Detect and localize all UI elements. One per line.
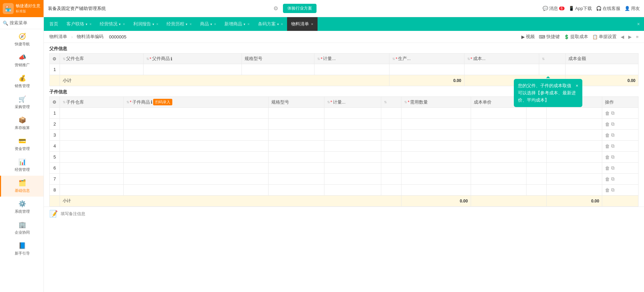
child-row-3-copy-icon[interactable]: ⧉	[611, 132, 615, 138]
tab-profit-report[interactable]: 利润报告 ▾ ×	[129, 17, 162, 31]
child-row-3-required-qty[interactable]	[401, 130, 471, 141]
parent-row-1-spec[interactable]	[242, 64, 314, 75]
child-row-1-spec[interactable]	[269, 108, 324, 119]
tab-customer[interactable]: 客户联络 ▾ ×	[62, 17, 96, 31]
tab-goods[interactable]: 商品 ▾ ×	[196, 17, 220, 31]
child-row-4-delete-icon[interactable]: 🗑	[605, 143, 610, 149]
child-row-2-qty-unit[interactable]	[324, 119, 381, 130]
tab-bom-list[interactable]: 物料清单 ×	[287, 17, 317, 31]
child-row-5-copy-icon[interactable]: ⧉	[611, 154, 615, 160]
child-row-7-warehouse[interactable]	[60, 174, 124, 185]
child-row-5-goods[interactable]	[123, 152, 268, 163]
child-row-5-delete-icon[interactable]: 🗑	[605, 154, 610, 160]
child-row-8-goods[interactable]	[123, 185, 268, 196]
child-col-settings[interactable]: ⚙	[50, 97, 60, 108]
child-row-7-cost-unit-price[interactable]	[471, 174, 526, 185]
child-row-5-extra2[interactable]	[526, 152, 546, 163]
sidebar-item-system[interactable]: ⚙️ 系统管理	[0, 197, 44, 218]
child-row-4-required-qty[interactable]	[401, 141, 471, 152]
parent-row-1-goods[interactable]	[143, 64, 242, 75]
child-row-3-qty-unit[interactable]	[324, 130, 381, 141]
child-row-1-cost-unit-price[interactable]	[471, 108, 526, 119]
child-row-6-qty-unit[interactable]	[324, 163, 381, 174]
parent-row-1-extra[interactable]	[539, 64, 566, 75]
app-download-btn[interactable]: 📱 App下载	[569, 5, 592, 12]
child-row-8-warehouse[interactable]	[60, 185, 124, 196]
child-row-3-delete-icon[interactable]: 🗑	[605, 132, 610, 138]
child-row-1-qty-unit[interactable]	[324, 108, 381, 119]
message-btn[interactable]: 💬 消息 6	[543, 5, 565, 12]
child-row-3-cost-unit-price[interactable]	[471, 130, 526, 141]
parent-row-1-qty-unit[interactable]	[314, 64, 389, 75]
child-row-4-spec[interactable]	[269, 141, 324, 152]
child-row-1-required-qty[interactable]	[401, 108, 471, 119]
window-close-btn[interactable]: ×	[634, 21, 643, 27]
child-row-3-goods[interactable]	[123, 130, 268, 141]
child-row-4-qty-unit[interactable]	[324, 141, 381, 152]
sidebar-item-operations[interactable]: 📊 经营管理	[0, 155, 44, 176]
child-row-3-warehouse[interactable]	[60, 130, 124, 141]
child-row-7-qty-unit[interactable]	[324, 174, 381, 185]
child-row-2-delete-icon[interactable]: 🗑	[605, 121, 610, 127]
child-row-2-spec[interactable]	[269, 119, 324, 130]
tooltip-close-btn[interactable]: ×	[575, 82, 578, 90]
breadcrumb-bom[interactable]: 物料清单	[49, 34, 67, 40]
child-row-6-delete-icon[interactable]: 🗑	[605, 165, 610, 171]
child-row-8-copy-icon[interactable]: ⧉	[611, 187, 615, 193]
note-input[interactable]	[61, 211, 639, 216]
child-row-4-goods[interactable]	[123, 141, 268, 152]
child-row-4-cost-unit-price[interactable]	[471, 141, 526, 152]
child-row-7-spec[interactable]	[269, 174, 324, 185]
child-row-5-qty-unit[interactable]	[324, 152, 381, 163]
grid-view-icon[interactable]: ≡	[636, 34, 639, 39]
child-row-6-extra2[interactable]	[526, 163, 546, 174]
child-row-2-warehouse[interactable]	[60, 119, 124, 130]
child-row-3-spec[interactable]	[269, 130, 324, 141]
sidebar-item-finance[interactable]: 💳 资金管理	[0, 134, 44, 155]
video-btn[interactable]: ▶ 视频	[521, 34, 535, 40]
child-row-2-extra2[interactable]	[526, 119, 546, 130]
tab-barcode[interactable]: 条码方案 ▾ ×	[254, 17, 287, 31]
sidebar-search[interactable]: 🔍 搜索菜单	[0, 17, 44, 29]
parent-col-settings[interactable]: ⚙	[50, 54, 60, 64]
child-row-5-extra1[interactable]	[381, 152, 401, 163]
child-row-4-extra2[interactable]	[526, 141, 546, 152]
sidebar-item-enterprise[interactable]: 🏢 企业协同	[0, 218, 44, 238]
user-btn[interactable]: 👤 用友	[624, 5, 640, 12]
child-row-7-goods[interactable]	[123, 174, 268, 185]
child-row-6-copy-icon[interactable]: ⧉	[611, 165, 615, 171]
tab-customer-close[interactable]: ×	[89, 22, 91, 26]
tab-new-goods-close[interactable]: ×	[247, 22, 249, 26]
child-row-7-required-qty[interactable]	[401, 174, 471, 185]
tab-goods-close[interactable]: ×	[214, 22, 216, 26]
child-row-8-cost-unit-price[interactable]	[471, 185, 526, 196]
trial-btn[interactable]: 体验行业方案	[283, 4, 317, 13]
child-row-8-extra1[interactable]	[381, 185, 401, 196]
child-row-5-warehouse[interactable]	[60, 152, 124, 163]
settings-gear-icon[interactable]: ⚙	[271, 5, 280, 12]
child-row-2-copy-icon[interactable]: ⧉	[611, 121, 615, 127]
shortcut-btn[interactable]: ⌨ 快捷键	[539, 34, 560, 40]
sidebar-item-purchase[interactable]: 🛒 采购管理	[0, 92, 44, 113]
child-row-7-extra1[interactable]	[381, 174, 401, 185]
tab-new-goods[interactable]: 新增商品 ▾ ×	[220, 17, 253, 31]
child-row-7-extra2[interactable]	[526, 174, 546, 185]
tab-barcode-close[interactable]: ×	[281, 22, 283, 26]
tab-bom-close[interactable]: ×	[311, 22, 313, 26]
sidebar-item-quick-nav[interactable]: 🧭 快捷导航	[0, 29, 44, 50]
child-row-8-extra2[interactable]	[526, 185, 546, 196]
tab-ops-history[interactable]: 经营历程 ▾ ×	[162, 17, 196, 31]
child-row-6-warehouse[interactable]	[60, 163, 124, 174]
sidebar-item-inventory[interactable]: 📦 库存核算	[0, 113, 44, 134]
child-row-6-cost-unit-price[interactable]	[471, 163, 526, 174]
child-row-4-copy-icon[interactable]: ⧉	[611, 143, 615, 149]
child-row-1-extra2[interactable]	[526, 108, 546, 119]
child-row-8-qty-unit[interactable]	[324, 185, 381, 196]
nav-next-icon[interactable]: ▶	[628, 34, 632, 39]
child-row-1-goods[interactable]	[123, 108, 268, 119]
child-row-2-goods[interactable]	[123, 119, 268, 130]
child-row-3-extra1[interactable]	[381, 130, 401, 141]
tab-history-close[interactable]: ×	[189, 22, 191, 26]
extract-cost-btn[interactable]: 💲 提取成本	[564, 34, 588, 40]
scan-input-btn[interactable]: 扫码录入	[153, 99, 172, 105]
